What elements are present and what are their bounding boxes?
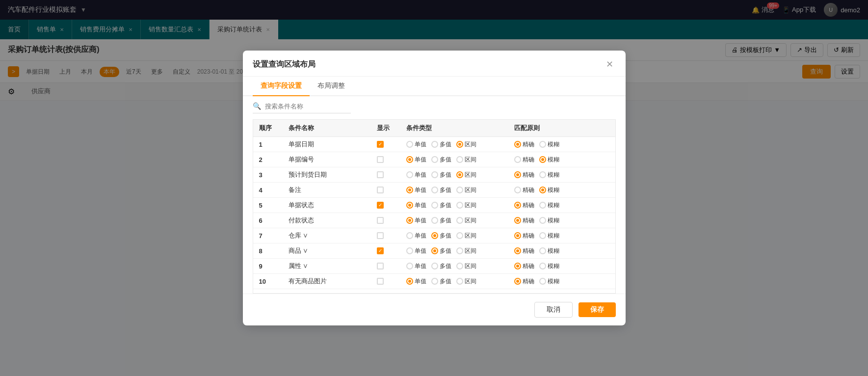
radio-match-item[interactable]: 精确 <box>514 262 534 270</box>
radio-match-item[interactable]: 精确 <box>514 216 534 225</box>
radio-type-item[interactable]: 区间 <box>456 247 476 255</box>
row-show-checkbox[interactable] <box>377 263 384 269</box>
row-show-checkbox[interactable] <box>377 278 384 285</box>
header-show: 显示 <box>371 124 400 133</box>
table-row: 3预计到货日期单值多值区间精确模糊 <box>253 167 615 183</box>
radio-match-item[interactable]: 精确 <box>514 232 534 240</box>
row-match-cell: 精确模糊 <box>508 232 606 240</box>
radio-type-item[interactable]: 多值 <box>431 216 451 225</box>
radio-type-item[interactable]: 多值 <box>431 201 451 210</box>
radio-match-circle <box>514 217 521 224</box>
radio-circle <box>456 217 463 224</box>
radio-type-item[interactable]: 单值 <box>406 140 426 149</box>
radio-type-item[interactable]: 区间 <box>456 262 476 270</box>
radio-circle <box>406 156 413 163</box>
row-order: 7 <box>253 232 283 240</box>
table-row: 2单据编号单值多值区间精确模糊 <box>253 152 615 167</box>
radio-type-item[interactable]: 单值 <box>406 247 426 255</box>
radio-match-item[interactable]: 精确 <box>514 140 534 149</box>
radio-type-item[interactable]: 多值 <box>431 186 451 194</box>
radio-circle <box>431 141 438 148</box>
row-condition-name: 有无商品图片 <box>283 277 371 286</box>
radio-circle <box>406 263 413 269</box>
radio-type-item[interactable]: 多值 <box>431 171 451 179</box>
radio-match-circle <box>514 263 521 269</box>
radio-match-item[interactable]: 模糊 <box>539 216 559 225</box>
row-show-checkbox[interactable] <box>377 217 384 224</box>
row-show-checkbox[interactable] <box>377 202 384 209</box>
radio-type-item[interactable]: 区间 <box>456 186 476 194</box>
radio-match-item[interactable]: 模糊 <box>539 186 559 194</box>
modal-title: 设置查询区域布局 <box>253 59 316 70</box>
radio-match-item[interactable]: 精确 <box>514 201 534 210</box>
radio-match-item[interactable]: 模糊 <box>539 171 559 179</box>
tab-field-settings[interactable]: 查询字段设置 <box>253 77 310 96</box>
radio-type-item[interactable]: 单值 <box>406 171 426 179</box>
radio-type-item[interactable]: 多值 <box>431 140 451 149</box>
radio-match-item[interactable]: 模糊 <box>539 247 559 255</box>
row-show-checkbox[interactable] <box>377 156 384 163</box>
modal-close-button[interactable]: ✕ <box>604 58 616 70</box>
radio-match-item[interactable]: 精确 <box>514 156 534 164</box>
radio-type-item[interactable]: 单值 <box>406 186 426 194</box>
row-type-cell: 单值多值区间 <box>400 156 508 164</box>
radio-type-item[interactable]: 单值 <box>406 277 426 286</box>
radio-type-item[interactable]: 区间 <box>456 277 476 286</box>
row-show-checkbox[interactable] <box>377 141 384 148</box>
radio-match-item[interactable]: 模糊 <box>539 140 559 149</box>
header-type: 条件类型 <box>400 124 508 133</box>
radio-match-item[interactable]: 模糊 <box>539 262 559 270</box>
save-button[interactable]: 保存 <box>579 302 616 317</box>
radio-type-item[interactable]: 区间 <box>456 156 476 164</box>
radio-type-item[interactable]: 区间 <box>456 232 476 240</box>
radio-type-item[interactable]: 多值 <box>431 232 451 240</box>
radio-type-item[interactable]: 区间 <box>456 216 476 225</box>
radio-circle <box>406 247 413 254</box>
radio-match-item[interactable]: 模糊 <box>539 232 559 240</box>
radio-type-item[interactable]: 区间 <box>456 171 476 179</box>
row-order: 3 <box>253 171 283 179</box>
radio-circle <box>431 263 438 269</box>
tab-layout-adjust[interactable]: 布局调整 <box>310 77 353 96</box>
radio-match-item[interactable]: 精确 <box>514 247 534 255</box>
radio-circle <box>406 171 413 178</box>
search-icon: 🔍 <box>253 102 261 110</box>
radio-type-item[interactable]: 单值 <box>406 262 426 270</box>
table-row: 11来只结算日期单值多值区间精确模糊 <box>253 289 615 294</box>
radio-type-item[interactable]: 多值 <box>431 156 451 164</box>
row-match-cell: 精确模糊 <box>508 262 606 270</box>
radio-match-circle <box>514 247 521 254</box>
radio-match-item[interactable]: 模糊 <box>539 201 559 210</box>
radio-circle <box>431 217 438 224</box>
radio-type-item[interactable]: 多值 <box>431 247 451 255</box>
radio-match-item[interactable]: 模糊 <box>539 277 559 286</box>
row-show-cell <box>371 263 400 269</box>
radio-circle <box>456 171 463 178</box>
row-show-checkbox[interactable] <box>377 247 384 254</box>
radio-type-item[interactable]: 单值 <box>406 201 426 210</box>
row-show-checkbox[interactable] <box>377 232 384 239</box>
header-name: 条件名称 <box>283 124 371 133</box>
radio-type-item[interactable]: 区间 <box>456 140 476 149</box>
cancel-button[interactable]: 取消 <box>534 302 573 318</box>
radio-type-item[interactable]: 单值 <box>406 232 426 240</box>
radio-type-item[interactable]: 多值 <box>431 262 451 270</box>
row-match-cell: 精确模糊 <box>508 186 606 194</box>
row-condition-name: 备注 <box>283 186 371 194</box>
radio-type-item[interactable]: 单值 <box>406 216 426 225</box>
row-show-checkbox[interactable] <box>377 171 384 178</box>
row-show-checkbox[interactable] <box>377 187 384 193</box>
radio-type-item[interactable]: 区间 <box>456 201 476 210</box>
radio-match-circle <box>539 171 546 178</box>
modal-tabs: 查询字段设置 布局调整 <box>243 77 626 96</box>
radio-match-item[interactable]: 精确 <box>514 171 534 179</box>
table-header-row: 顺序 条件名称 显示 条件类型 匹配原则 <box>253 119 616 136</box>
radio-match-item[interactable]: 精确 <box>514 186 534 194</box>
search-input[interactable] <box>265 103 343 110</box>
radio-match-item[interactable]: 模糊 <box>539 156 559 164</box>
row-type-cell: 单值多值区间 <box>400 186 508 194</box>
radio-type-item[interactable]: 单值 <box>406 156 426 164</box>
row-show-cell <box>371 187 400 193</box>
radio-match-item[interactable]: 精确 <box>514 277 534 286</box>
radio-type-item[interactable]: 多值 <box>431 277 451 286</box>
